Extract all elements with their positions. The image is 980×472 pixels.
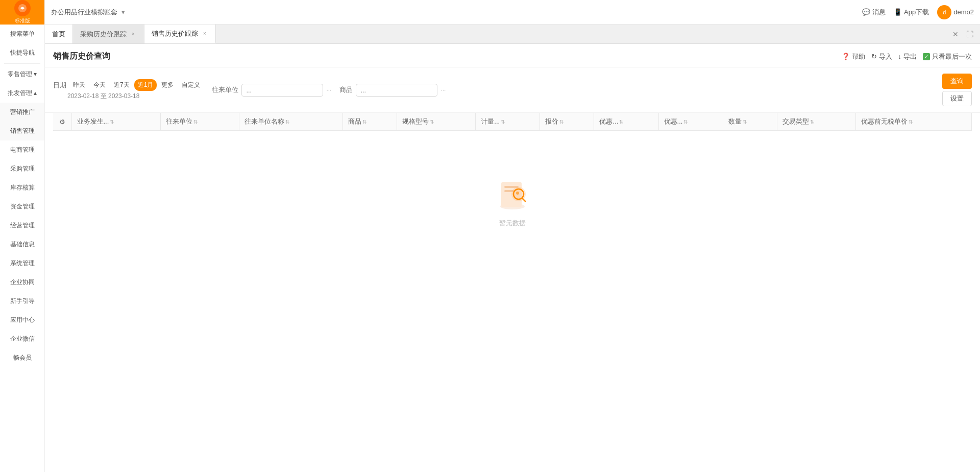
- table-settings-icon[interactable]: ⚙: [59, 118, 65, 126]
- topbar-dropdown-icon[interactable]: ▾: [121, 8, 125, 16]
- sort-icon-biz-date: ⇅: [110, 119, 114, 125]
- sidebar-item-sales-mgmt[interactable]: 销售管理: [0, 122, 44, 140]
- empty-text: 暂元数据: [499, 219, 526, 228]
- table-col-pretax-price: 优惠前无税单价⇅: [856, 113, 972, 131]
- import-button[interactable]: ↻ 导入: [871, 52, 892, 61]
- topbar: 办公用品行业模拟账套 ▾ 💬 消息 📱 App下载 d demo2: [45, 0, 980, 25]
- goods-filter-group: 商品 ···: [339, 84, 446, 97]
- main-area: 办公用品行业模拟账套 ▾ 💬 消息 📱 App下载 d demo2 首页 采购历…: [45, 0, 980, 472]
- sidebar-item-operations[interactable]: 经营管理: [0, 216, 44, 235]
- topbar-left: 办公用品行业模拟账套 ▾: [51, 8, 125, 17]
- sort-icon-partner-code: ⇅: [193, 119, 198, 125]
- filter-date-group: 日期 昨天 今天 近7天 近1月 更多 自定义 2023-02-18 至 202…: [53, 79, 204, 101]
- page-actions: ❓ 帮助 ↻ 导入 ↓ 导出 只看最后一次: [842, 52, 972, 61]
- sidebar-item-wechat[interactable]: 企业微信: [0, 329, 44, 348]
- page-header: 销售历史价查询 ❓ 帮助 ↻ 导入 ↓ 导出 只看最后一次: [45, 44, 980, 67]
- sidebar-item-wholesale-mgmt[interactable]: 批发管理 ▴: [0, 84, 44, 103]
- table-col-goods: 商品⇅: [343, 113, 397, 131]
- sort-icon-discount2: ⇅: [683, 119, 688, 125]
- svg-point-8: [516, 192, 519, 195]
- export-icon: ↓: [898, 53, 902, 60]
- message-button[interactable]: 💬 消息: [862, 8, 886, 17]
- tab-home[interactable]: 首页: [45, 25, 73, 43]
- settings-button[interactable]: 设置: [942, 91, 972, 106]
- partner-dots: ···: [326, 86, 331, 93]
- date-btn-more[interactable]: 更多: [158, 79, 177, 91]
- date-btn-yesterday[interactable]: 昨天: [69, 79, 89, 91]
- sidebar-item-enterprise[interactable]: 企业协同: [0, 273, 44, 292]
- date-filter-label: 日期: [53, 81, 66, 90]
- table-col-discount1: 优惠...⇅: [594, 113, 658, 131]
- table-col-partner-code: 往来单位⇅: [161, 113, 239, 131]
- user-profile-button[interactable]: d demo2: [937, 5, 974, 19]
- date-range-display: 2023-02-18 至 2023-03-18: [67, 92, 204, 101]
- sort-icon-partner-name: ⇅: [285, 119, 289, 125]
- close-all-tabs-button[interactable]: ✕: [949, 28, 962, 40]
- table-col-settings: ⚙: [53, 113, 71, 131]
- help-button[interactable]: ❓ 帮助: [842, 52, 865, 61]
- partner-filter-group: 往来单位 ···: [212, 84, 331, 97]
- action-buttons: 查询 设置: [942, 74, 972, 106]
- sort-icon-qty: ⇅: [743, 119, 747, 125]
- topbar-right: 💬 消息 📱 App下载 d demo2: [862, 5, 974, 19]
- sidebar-item-system[interactable]: 系统管理: [0, 254, 44, 273]
- avatar: d: [937, 5, 951, 19]
- sidebar-divider-1: [4, 63, 40, 64]
- partner-filter-label: 往来单位: [212, 85, 238, 95]
- topbar-title: 办公用品行业模拟账套: [51, 8, 117, 17]
- goods-filter-label: 商品: [339, 85, 353, 95]
- empty-icon: [492, 172, 533, 213]
- date-btn-1month[interactable]: 近1月: [134, 79, 157, 91]
- table-col-trade-type: 交易类型⇅: [777, 113, 855, 131]
- goods-dots: ···: [440, 86, 446, 93]
- table-col-partner-name: 往来单位名称⇅: [239, 113, 343, 131]
- app-logo: 标准版: [0, 0, 44, 25]
- table-col-biz-date: 业务发生...⇅: [71, 113, 161, 131]
- date-btn-custom[interactable]: 自定义: [178, 79, 204, 91]
- date-btn-today[interactable]: 今天: [90, 79, 109, 91]
- logo-icon: [14, 0, 31, 16]
- tabbar: 首页 采购历史价跟踪 × 销售历史价跟踪 × ✕ ⛶: [45, 25, 980, 44]
- sidebar-item-purchase-mgmt[interactable]: 采购管理: [0, 159, 44, 178]
- app-download-button[interactable]: 📱 App下载: [894, 8, 929, 17]
- maximize-button[interactable]: ⛶: [964, 28, 976, 40]
- partner-filter-input[interactable]: [241, 84, 323, 97]
- sidebar-item-marketing[interactable]: 营销推广: [0, 103, 44, 122]
- tab-purchase-history-close[interactable]: ×: [130, 31, 137, 38]
- tab-sales-history-close[interactable]: ×: [201, 30, 208, 37]
- sidebar-item-inventory[interactable]: 库存核算: [0, 178, 44, 197]
- table-col-discount2: 优惠...⇅: [658, 113, 723, 131]
- sidebar-item-member[interactable]: 畅会员: [0, 348, 44, 367]
- sort-icon-goods: ⇅: [362, 119, 366, 125]
- tab-sales-history[interactable]: 销售历史价跟踪 ×: [144, 25, 216, 43]
- import-icon: ↻: [871, 53, 877, 60]
- only-last-checkbox-label[interactable]: 只看最后一次: [923, 52, 972, 61]
- date-btn-7days[interactable]: 近7天: [110, 79, 133, 91]
- sidebar-item-tutorial[interactable]: 新手引导: [0, 292, 44, 311]
- only-last-checkbox[interactable]: [923, 53, 930, 60]
- message-icon: 💬: [862, 8, 870, 16]
- sidebar-item-finance[interactable]: 资金管理: [0, 197, 44, 216]
- query-button[interactable]: 查询: [942, 74, 972, 89]
- tabbar-actions: ✕ ⛶: [945, 25, 980, 43]
- sidebar-item-app-center[interactable]: 应用中心: [0, 311, 44, 329]
- sidebar-item-ecommerce[interactable]: 电商管理: [0, 140, 44, 159]
- logo-text: 标准版: [15, 17, 30, 25]
- sidebar-item-retail-mgmt[interactable]: 零售管理 ▾: [0, 65, 44, 84]
- goods-filter-input[interactable]: [356, 84, 437, 97]
- table-col-qty: 数量⇅: [723, 113, 777, 131]
- sort-icon-spec: ⇅: [430, 119, 434, 125]
- sidebar-item-search-menu[interactable]: 搜索菜单: [0, 25, 44, 43]
- table-header: ⚙ 业务发生...⇅ 往来单位⇅ 往来单位名称⇅ 商品⇅: [53, 113, 972, 131]
- sidebar-item-basic-info[interactable]: 基础信息: [0, 235, 44, 254]
- export-button[interactable]: ↓ 导出: [898, 52, 917, 61]
- sort-icon-discount1: ⇅: [619, 119, 623, 125]
- sort-icon-pretax-price: ⇅: [909, 119, 913, 125]
- app-download-icon: 📱: [894, 8, 902, 16]
- sidebar-item-quick-nav[interactable]: 快捷导航: [0, 43, 44, 62]
- tab-purchase-history[interactable]: 采购历史价跟踪 ×: [73, 25, 144, 43]
- table-col-unit: 计量...⇅: [476, 113, 540, 131]
- date-buttons: 昨天 今天 近7天 近1月 更多 自定义: [69, 79, 204, 91]
- filter-bar: 日期 昨天 今天 近7天 近1月 更多 自定义 2023-02-18 至 202…: [45, 67, 980, 113]
- content-area: 销售历史价查询 ❓ 帮助 ↻ 导入 ↓ 导出 只看最后一次: [45, 44, 980, 472]
